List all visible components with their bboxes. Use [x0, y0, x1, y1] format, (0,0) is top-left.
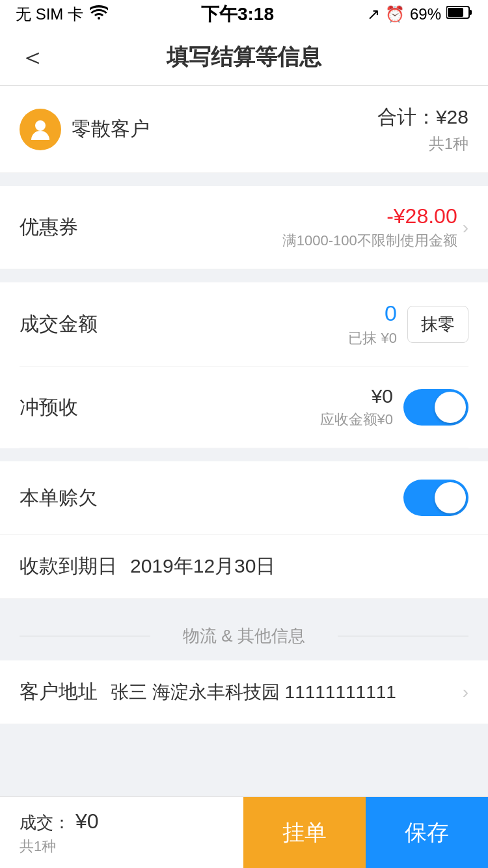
status-bar: 无 SIM 卡 下午3:18 ↗ ⏰ 69% [0, 0, 488, 29]
coupon-row[interactable]: 优惠券 -¥28.00 满1000-100不限制使用金额 › [0, 186, 488, 269]
deal-amount-sub: 已抹 ¥0 [348, 329, 397, 348]
bottom-deal-amount: ¥0 [75, 809, 99, 834]
location-icon: ↗ [367, 5, 380, 23]
battery-label: 69% [410, 5, 441, 23]
status-left: 无 SIM 卡 [16, 4, 108, 25]
carrier-label: 无 SIM 卡 [16, 4, 83, 25]
coupon-discount: -¥28.00 [282, 204, 457, 228]
logistics-section-header: 物流 & 其他信息 [0, 612, 488, 660]
round-off-button[interactable]: 抹零 [407, 306, 468, 343]
divider-1 [0, 173, 488, 186]
due-date-label: 收款到期日 [20, 553, 117, 580]
alarm-icon: ⏰ [385, 5, 405, 23]
deal-amount-row: 成交金额 0 已抹 ¥0 抹零 [20, 282, 468, 367]
deal-amount-value[interactable]: 0 [348, 301, 397, 326]
save-button-label: 保存 [405, 818, 449, 848]
coupon-right: -¥28.00 满1000-100不限制使用金额 › [282, 204, 468, 251]
address-row[interactable]: 客户地址 张三 海淀永丰科技园 11111111111 › [0, 660, 488, 724]
pre-collect-toggle[interactable] [403, 389, 468, 426]
back-button[interactable]: ＜ [20, 39, 46, 75]
amount-display: 0 已抹 ¥0 [348, 301, 397, 348]
debt-toggle[interactable] [403, 480, 468, 516]
svg-rect-1 [469, 10, 472, 15]
divider-4 [0, 599, 488, 612]
page-title: 填写结算等信息 [167, 42, 321, 72]
status-right: ↗ ⏰ 69% [367, 5, 472, 23]
logistics-label-row: 物流 & 其他信息 [0, 625, 488, 647]
bottom-count: 共1种 [20, 837, 243, 856]
toggle-knob [435, 392, 466, 423]
address-value: 张三 海淀永丰科技园 11111111111 [111, 680, 450, 705]
divider-3 [0, 448, 488, 461]
wifi-icon [90, 5, 108, 23]
debt-row: 本单赊欠 [0, 461, 488, 535]
address-label: 客户地址 [20, 679, 98, 705]
bottom-deal-label: 成交： [20, 811, 70, 834]
due-date-value: 2019年12月30日 [130, 553, 275, 580]
bottom-deal: 成交： ¥0 [20, 809, 243, 834]
debt-label: 本单赊欠 [20, 485, 98, 511]
customer-name: 零散客户 [72, 116, 150, 142]
bottom-summary: 成交： ¥0 共1种 挂单 保存 [0, 796, 488, 868]
customer-info: 零散客户 [20, 109, 150, 150]
nav-bar: ＜ 填写结算等信息 [0, 29, 488, 86]
bottom-info: 成交： ¥0 共1种 [0, 809, 243, 856]
deal-amount-value-area: 0 已抹 ¥0 抹零 [348, 301, 468, 348]
pre-collect-main: ¥0 [320, 385, 393, 407]
pre-collect-amounts: ¥0 应收金额¥0 [320, 385, 393, 429]
customer-avatar [20, 109, 61, 150]
customer-row: 零散客户 合计：¥28 共1种 [0, 86, 488, 173]
pre-collect-label: 冲预收 [20, 394, 78, 421]
deal-amount-label: 成交金额 [20, 311, 98, 338]
coupon-label: 优惠券 [20, 214, 78, 241]
content-area: 零散客户 合计：¥28 共1种 优惠券 -¥28.00 满1000-100不限制… [0, 86, 488, 802]
battery-icon [446, 5, 472, 23]
hold-button[interactable]: 挂单 [243, 797, 366, 869]
hold-button-label: 挂单 [282, 818, 327, 848]
logistics-label: 物流 & 其他信息 [183, 625, 305, 647]
divider-2 [0, 269, 488, 282]
svg-rect-2 [448, 8, 463, 17]
pre-collect-row: 冲预收 ¥0 应收金额¥0 [20, 367, 468, 448]
pre-collect-right: ¥0 应收金额¥0 [320, 385, 468, 429]
save-button[interactable]: 保存 [366, 797, 488, 869]
total-amount: 合计：¥28 [377, 104, 468, 131]
address-chevron-icon: › [463, 682, 468, 703]
logistics-line-left [20, 636, 150, 636]
status-time: 下午3:18 [201, 2, 274, 27]
coupon-info: -¥28.00 满1000-100不限制使用金额 [282, 204, 457, 251]
due-date-row[interactable]: 收款到期日 2019年12月30日 [0, 535, 488, 599]
pre-collect-sub: 应收金额¥0 [320, 410, 393, 429]
coupon-chevron-icon: › [463, 217, 468, 238]
svg-point-3 [35, 120, 46, 131]
logistics-line-right [338, 636, 468, 636]
coupon-desc: 满1000-100不限制使用金额 [282, 231, 457, 251]
form-section: 成交金额 0 已抹 ¥0 抹零 冲预收 ¥0 应收金额¥0 [0, 282, 488, 448]
total-count: 共1种 [377, 133, 468, 154]
customer-total: 合计：¥28 共1种 [377, 104, 468, 154]
debt-toggle-knob [435, 482, 466, 513]
